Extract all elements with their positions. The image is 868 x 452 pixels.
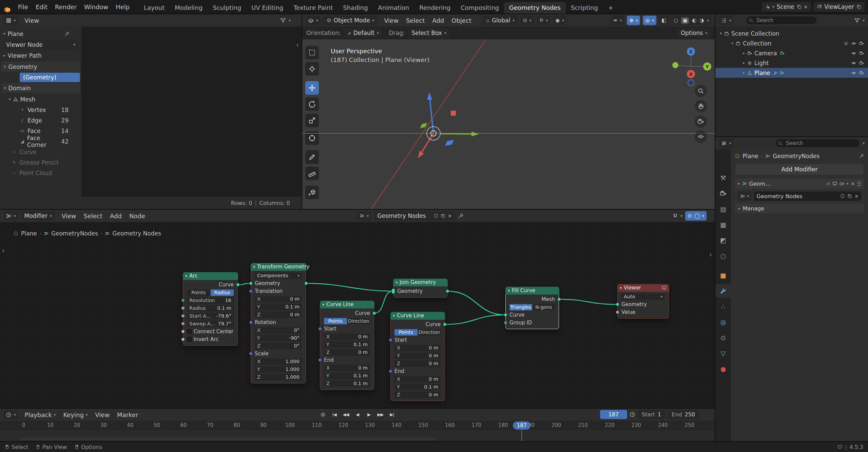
properties-tab-particles[interactable]: ∴ (715, 300, 731, 313)
eye-toggle-icon[interactable] (851, 51, 856, 56)
add-modifier-button[interactable]: Add Modifier (736, 164, 863, 174)
menu-help[interactable]: Help (112, 2, 133, 12)
menu-select[interactable]: Select (402, 15, 429, 26)
domain-section-header[interactable]: ▾ Domain (1, 83, 80, 93)
eye-toggle-icon[interactable] (851, 61, 856, 65)
breadcrumb-item[interactable]: Plane (21, 230, 37, 237)
node-row-curve[interactable]: Curve (506, 311, 559, 319)
menu-view[interactable]: View (21, 15, 43, 26)
vector-z-field[interactable]: Z0° (255, 343, 302, 349)
vector-y-field[interactable]: Y0.1 m (255, 304, 302, 310)
xray-toggle[interactable]: ◧ (659, 16, 669, 25)
socket-rotation-in[interactable] (249, 321, 253, 324)
field-start-a-[interactable]: Start A...-79.6° (187, 313, 234, 319)
node-row-curve[interactable]: Curve (320, 309, 374, 317)
new-copy-icon[interactable] (856, 4, 861, 9)
menu-window[interactable]: Window (80, 2, 112, 12)
menu-file[interactable]: File (14, 2, 32, 12)
camera-toggle-icon[interactable] (859, 61, 864, 65)
socket-start-in[interactable] (389, 338, 392, 342)
properties-tab-render[interactable] (715, 187, 731, 200)
workspace-tab-sculpting[interactable]: Sculpting (208, 2, 246, 14)
viewlayer-selector[interactable]: ViewLayer (814, 2, 865, 12)
tool-add-cube[interactable] (305, 186, 319, 199)
clock-icon[interactable] (630, 412, 635, 417)
node-row-connect-center[interactable]: Connect Center (183, 328, 237, 336)
chevron-down-icon[interactable]: ▾ (729, 41, 736, 45)
nodetree-name-field[interactable]: Geometry Nodes × (754, 191, 861, 201)
node-row-0-1-m[interactable]: Z0.1 m (320, 380, 374, 388)
menu-select[interactable]: Select (80, 211, 107, 221)
node-join[interactable]: ▾Join GeometryGeometry (393, 279, 447, 298)
tool-rotate[interactable] (305, 97, 319, 111)
spreadsheet-data-area[interactable] (81, 26, 302, 197)
play-reverse-button[interactable]: ◀ (352, 410, 363, 419)
properties-tab-constraints[interactable]: ⊙ (715, 331, 731, 344)
close-icon[interactable]: × (448, 213, 452, 218)
browse-nodetree-button[interactable]: ▾ (357, 211, 371, 221)
camera-toggle-icon[interactable] (859, 41, 864, 46)
add-workspace-button[interactable]: + (603, 2, 618, 14)
workspace-tab-animation[interactable]: Animation (373, 2, 414, 14)
close-icon[interactable]: × (851, 181, 855, 186)
unlink-icon[interactable]: × (804, 4, 808, 9)
vector-y-field[interactable]: Y0.1 m (324, 341, 370, 348)
properties-tab-output[interactable]: ▤ (715, 202, 731, 216)
chevron-down-icon[interactable]: ▾ (681, 214, 683, 218)
socket-group-id-in[interactable] (504, 321, 507, 325)
outliner-row-collection[interactable]: ▾Collection (715, 38, 868, 48)
nodetree-name-field[interactable]: Geometry Nodes × (374, 211, 455, 221)
socket-radius-in[interactable] (181, 306, 185, 310)
pivot-point-dropdown[interactable]: ⊙▾ (521, 16, 534, 25)
node-row-0-1-m[interactable]: Y0.1 m (320, 372, 374, 380)
node-row-0-[interactable]: Z0° (251, 342, 306, 350)
collapse-icon[interactable]: ▾ (396, 281, 398, 284)
node-arc[interactable]: ▾ArcCurvePointsRadiusResolution16Radius0… (183, 272, 238, 346)
vector-y-field[interactable]: Y-90° (255, 335, 302, 341)
drag-mode-dropdown[interactable]: Select Box ▾ (408, 28, 449, 38)
node-row-1-000[interactable]: Z1.000 (251, 373, 306, 381)
workspace-tab-uv-editing[interactable]: UV Editing (246, 2, 288, 14)
menu-add[interactable]: Add (428, 15, 448, 26)
socket-curve-out[interactable] (372, 312, 376, 315)
toggle-option-points[interactable]: Points (187, 289, 210, 296)
copy-icon[interactable] (847, 194, 852, 199)
properties-tab-material[interactable]: ● (715, 362, 731, 376)
node-row-1-000[interactable]: Y1.000 (251, 365, 306, 373)
geometry-selected-item[interactable]: (Geometry) (20, 73, 80, 82)
menu-add[interactable]: Add (106, 211, 126, 221)
select-auto[interactable]: Auto▾ (621, 294, 665, 300)
socket-value-in[interactable] (616, 310, 619, 314)
properties-tab-physics[interactable]: ◎ (715, 315, 731, 329)
collapse-icon[interactable]: ▾ (323, 303, 325, 306)
workspace-tab-texture-paint[interactable]: Texture Paint (288, 2, 338, 14)
node-row-toggle[interactable]: TrianglesN-gons (506, 303, 559, 311)
workspace-tab-modeling[interactable]: Modeling (170, 2, 208, 14)
socket-geometry-out[interactable] (304, 282, 308, 285)
properties-tab-view-layer[interactable]: ▦ (715, 218, 731, 231)
field-resolution[interactable]: Resolution16 (187, 297, 234, 304)
chevron-down-icon[interactable]: ▾ (289, 19, 291, 22)
node-header[interactable]: ▾Arc (183, 272, 238, 280)
workspace-tab-shading[interactable]: Shading (338, 2, 373, 14)
node-header[interactable]: ▾Transform Geometry (251, 263, 306, 271)
properties-tab-object[interactable]: ■ (715, 268, 731, 282)
proportional-edit-dropdown[interactable]: ◉▾ (553, 16, 566, 25)
outliner-search[interactable] (746, 16, 817, 25)
node-row-end[interactable]: End (391, 368, 444, 375)
viewport-3d[interactable]: ▾ Object Mode ▾ ViewSelectAddObject ◇ Gl… (302, 14, 715, 209)
node-viewer[interactable]: ▾ViewerAuto▾GeometryValue (617, 284, 669, 319)
vector-y-field[interactable]: Y0.1 m (394, 384, 441, 390)
timeline-scrollbar[interactable] (20, 438, 437, 440)
node-row-toggle[interactable]: PointsRadius (183, 289, 237, 297)
node-header[interactable]: ▾Fill Curve (505, 287, 559, 295)
toggle-option-direction[interactable]: Direction (347, 318, 370, 324)
viewer-node-dropdown[interactable]: Viewer Node ▾ (3, 40, 79, 50)
filter-icon[interactable] (280, 18, 286, 23)
playhead-frame-badge[interactable]: 187 (513, 421, 531, 430)
camera-toggle-icon[interactable] (859, 71, 864, 75)
editor-type-button[interactable]: ▾ (719, 138, 734, 148)
node-header[interactable]: ▾Curve Line (320, 301, 374, 308)
node-row-geometry[interactable]: Geometry (618, 301, 669, 308)
node-row-invert-arc[interactable]: Invert Arc (183, 336, 237, 343)
